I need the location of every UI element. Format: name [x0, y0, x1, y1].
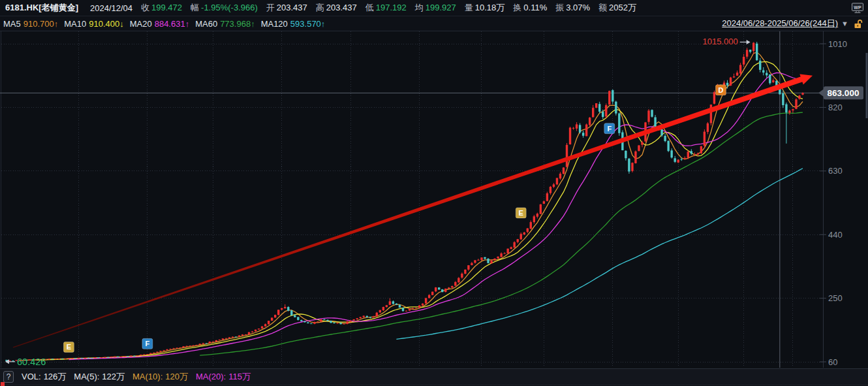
ma120-indicator: MA120593.570↑ [261, 19, 326, 29]
candle-body [592, 108, 594, 117]
field-low-label: 低 [365, 3, 374, 12]
candle-body [274, 315, 276, 317]
candle-body [12, 361, 14, 361]
candle-body [277, 310, 279, 315]
candle-body [339, 323, 341, 324]
candle-body [343, 324, 345, 325]
stock-symbol[interactable]: 6181.HK[老铺黄金] [5, 2, 78, 14]
help-icon[interactable]: ? [3, 371, 14, 383]
candle-body [681, 159, 683, 160]
field-low: 低197.192 [365, 2, 407, 14]
candle-body [300, 320, 302, 321]
candle-body [163, 350, 164, 351]
volume-indicator-bar: ? VOL:126万 MA(5):122万 MA(10):120万 MA(20)… [0, 368, 868, 385]
wp-icon-label: WP [854, 5, 861, 9]
candle-body [81, 358, 83, 359]
candle-body [474, 260, 476, 263]
badge-f[interactable]: F [604, 123, 615, 134]
candle-body [461, 274, 463, 278]
candle-body [248, 332, 250, 334]
badge-e[interactable]: E [516, 208, 526, 218]
candle-body [202, 343, 204, 344]
candle-body [733, 76, 735, 78]
candle-body [290, 310, 292, 315]
candle-body [530, 222, 532, 229]
candle-body [399, 305, 401, 308]
candle-body [251, 331, 253, 332]
candle-body [471, 263, 473, 265]
unlock-icon[interactable] [854, 19, 863, 29]
candle-body [563, 167, 565, 174]
candle-body [788, 110, 790, 112]
candle-body [225, 338, 227, 339]
candle-body [517, 239, 519, 242]
candle-body [346, 321, 348, 324]
candle-body [323, 319, 325, 320]
candle-body [166, 349, 168, 350]
candle-body [582, 133, 584, 136]
field-volume: 量10.18万 [465, 2, 505, 14]
vol-ma10-label: MA(10): [132, 372, 163, 381]
scrollbar-thumb[interactable] [866, 53, 868, 118]
period-low-label: 60.426 [17, 357, 46, 367]
candle-body [271, 317, 273, 320]
candle-body [215, 340, 217, 342]
candle-body [713, 92, 715, 104]
badge-f[interactable]: F [142, 338, 153, 349]
wp-monitor-icon[interactable]: WP [851, 3, 864, 14]
candle-body [238, 336, 240, 337]
chevron-down-icon[interactable]: ▼ [841, 20, 848, 27]
candlestick-chart[interactable]: EFEFD1015.00060.426101082063044025060863… [0, 31, 868, 368]
current-price-tag-label: 863.000 [828, 88, 860, 98]
candle-body [660, 129, 662, 135]
candle-body [146, 354, 148, 355]
ma-lines [20, 52, 803, 361]
badge-d[interactable]: D [715, 85, 726, 95]
candle-body [752, 43, 754, 52]
candle-body [326, 320, 328, 321]
candle-body [651, 110, 653, 116]
candle-body [382, 307, 384, 310]
candle-body [333, 323, 335, 323]
candle-body [612, 90, 613, 101]
axis-tick-label: 820 [828, 103, 843, 112]
candle-body [618, 114, 620, 133]
candle-body [156, 352, 158, 353]
candle-body [149, 353, 151, 354]
candle-body [704, 132, 705, 146]
candle-body [730, 78, 732, 86]
field-high-label: 高 [316, 3, 324, 12]
candle-body [182, 346, 184, 347]
vol-ma20: MA(20):115万 [196, 371, 251, 383]
candle-body [641, 142, 643, 145]
candle-body [199, 344, 201, 345]
candle-body [376, 313, 378, 317]
candle-body [543, 201, 545, 204]
candle-body [412, 308, 414, 309]
period-high-label: 1015.000 [702, 37, 737, 46]
ma10-value: 910.400↓ [89, 19, 124, 29]
ma20-indicator: MA20884.631↑ [130, 19, 189, 29]
candle-body [484, 257, 486, 259]
candle-body [235, 336, 237, 337]
ma10-label: MA10 [64, 19, 86, 29]
svg-text:F: F [146, 340, 150, 347]
candle-body [566, 145, 568, 167]
volume-bar-red [1, 382, 5, 386]
candle-body [677, 160, 679, 163]
candle-body [258, 329, 260, 329]
candle-body [425, 298, 427, 304]
candle-body [736, 72, 738, 76]
candle-body [533, 216, 535, 222]
candle-body [422, 304, 424, 306]
gridlines [1, 31, 823, 368]
date-range-selector[interactable]: 2024/06/28-2025/06/26(244日) [722, 18, 838, 29]
candle-body [431, 292, 433, 295]
candle-body [297, 317, 299, 319]
badge-e[interactable]: E [63, 342, 74, 352]
candle-body [493, 259, 495, 261]
candle-body [628, 159, 630, 172]
svg-text:F: F [607, 125, 612, 133]
axis-tick-label: 1010 [828, 39, 847, 49]
candle-body [418, 306, 420, 308]
